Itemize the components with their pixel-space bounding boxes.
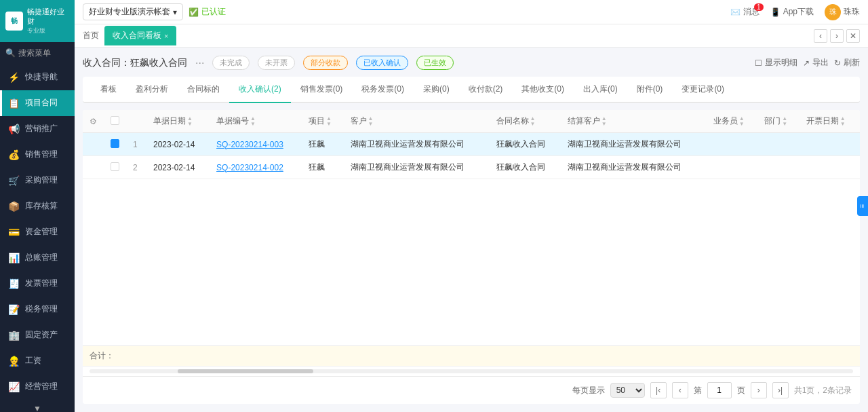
- cell-settle: 湖南卫视商业运营发展有限公司: [561, 133, 707, 156]
- cell-contract-name: 狂飙收入合同: [490, 156, 561, 179]
- sort-contract-name[interactable]: 合同名称 ▲▼: [496, 115, 536, 127]
- bill-no-link[interactable]: SQ-20230214-002: [216, 163, 283, 172]
- page-first-button[interactable]: |‹: [650, 382, 667, 398]
- purchase-icon: 🛒: [7, 174, 20, 187]
- sidebar-search[interactable]: 🔍 搜索菜单: [0, 42, 75, 64]
- right-panel-toggle[interactable]: ≡: [857, 196, 868, 217]
- sidebar-item-operations[interactable]: 📈 经营管理: [0, 374, 75, 400]
- sidebar-item-funds[interactable]: 💳 资金管理: [0, 219, 75, 245]
- sort-project[interactable]: 项目 ▲▼: [309, 115, 332, 127]
- tab-contract-std[interactable]: 合同标的: [178, 77, 229, 103]
- table-row[interactable]: 1 2023-02-14 SQ-20230214-003 狂飙 湖南卫视商业运营…: [83, 133, 860, 156]
- tab-tax-invoice[interactable]: 税务发票(0): [352, 77, 414, 103]
- row-checkbox[interactable]: [111, 139, 119, 148]
- tab-board[interactable]: 看板: [91, 77, 126, 103]
- tab-change-log[interactable]: 变更记录(0): [672, 77, 734, 103]
- status-partial[interactable]: 部分收款: [303, 56, 348, 70]
- search-icon: 🔍: [5, 48, 16, 58]
- col-settle-customer[interactable]: 结算客户 ▲▼: [561, 110, 707, 133]
- tab-income-board[interactable]: 收入合同看板 ×: [104, 26, 176, 45]
- tab-income-confirm[interactable]: 收入确认(2): [229, 77, 291, 103]
- cell-bill-no[interactable]: SQ-20230214-002: [210, 156, 302, 179]
- sidebar-scroll-down[interactable]: ▼: [0, 400, 75, 412]
- sidebar-item-labor[interactable]: 👷 工资: [0, 348, 75, 374]
- page-next-button[interactable]: ›: [751, 382, 767, 398]
- tab-other-income[interactable]: 其他收支(0): [512, 77, 574, 103]
- sort-bill-date2[interactable]: 开票日期 ▲▼: [806, 115, 846, 127]
- col-customer[interactable]: 客户 ▲▼: [344, 110, 490, 133]
- tab-attachment[interactable]: 附件(0): [627, 77, 673, 103]
- status-confirmed[interactable]: 已收入确认: [356, 56, 408, 70]
- select-all-checkbox[interactable]: [111, 116, 119, 125]
- column-settings-icon[interactable]: ⚙: [90, 117, 97, 126]
- col-salesperson[interactable]: 业务员 ▲▼: [707, 110, 757, 133]
- cell-customer: 湖南卫视商业运营发展有限公司: [344, 156, 490, 179]
- cell-bill-no[interactable]: SQ-20230214-003: [210, 133, 302, 156]
- sidebar-item-marketing[interactable]: 📢 营销推广: [0, 116, 75, 142]
- page-content: 收入合同：狂飙收入合同 ··· 未完成 未开票 部分收款 已收入确认 已生效 ☐…: [75, 48, 868, 412]
- col-bill-no[interactable]: 单据编号 ▲▼: [210, 110, 302, 133]
- tab-warehouse[interactable]: 出入库(0): [574, 77, 627, 103]
- sidebar-item-sales[interactable]: 💰 销售管理: [0, 142, 75, 168]
- sidebar-item-purchase[interactable]: 🛒 采购管理: [0, 168, 75, 193]
- page-size-label: 每页显示: [572, 385, 605, 396]
- sort-date[interactable]: 单据日期 ▲▼: [153, 115, 193, 127]
- sidebar-item-invoice[interactable]: 🧾 发票管理: [0, 271, 75, 297]
- table-row[interactable]: 2 2023-02-14 SQ-20230214-002 狂飙 湖南卫视商业运营…: [83, 156, 860, 179]
- tab-sales-invoice[interactable]: 销售发票(0): [291, 77, 353, 103]
- tab-close-button[interactable]: ×: [164, 32, 168, 40]
- tab-label: 收入合同看板: [113, 30, 161, 41]
- col-checkbox-all[interactable]: [104, 110, 126, 133]
- status-incomplete[interactable]: 未完成: [212, 56, 250, 70]
- sort-salesperson[interactable]: 业务员 ▲▼: [713, 115, 745, 127]
- contract-more-button[interactable]: ···: [195, 57, 204, 69]
- sort-settle[interactable]: 结算客户 ▲▼: [568, 115, 607, 127]
- company-selector[interactable]: 好业财专业版演示帐套 ▾: [83, 3, 183, 20]
- sidebar-item-assets[interactable]: 🏢 固定资产: [0, 322, 75, 348]
- sidebar-item-tax[interactable]: 📝 税务管理: [0, 297, 75, 322]
- col-date[interactable]: 单据日期 ▲▼: [146, 110, 210, 133]
- tab-payment[interactable]: 收付款(2): [459, 77, 513, 103]
- page-last-button[interactable]: ›|: [772, 382, 789, 398]
- sidebar-item-general[interactable]: 📊 总账管理: [0, 245, 75, 271]
- col-project[interactable]: 项目 ▲▼: [302, 110, 344, 133]
- refresh-button[interactable]: ↻ 刷新: [834, 57, 860, 69]
- bill-no-link[interactable]: SQ-20230214-003: [216, 140, 283, 149]
- tab-purchase-inner[interactable]: 采购(0): [414, 77, 459, 103]
- page-size-select[interactable]: 50 100: [610, 383, 645, 398]
- sort-arrows-sales: ▲▼: [739, 116, 745, 127]
- sidebar-item-inventory[interactable]: 📦 库存核算: [0, 193, 75, 219]
- tab-profit[interactable]: 盈利分析: [126, 77, 178, 103]
- tab-close-all-button[interactable]: ✕: [846, 29, 860, 43]
- sort-customer[interactable]: 客户 ▲▼: [351, 115, 374, 127]
- status-uninvoiced[interactable]: 未开票: [258, 56, 295, 70]
- refresh-icon: ↻: [834, 58, 841, 68]
- app-download-button[interactable]: 📱 App下载: [770, 6, 814, 18]
- col-settings: ⚙: [83, 110, 104, 133]
- cell-settle: 湖南卫视商业运营发展有限公司: [561, 156, 707, 179]
- page-prev-button[interactable]: ‹: [672, 382, 688, 398]
- cell-checkbox[interactable]: [104, 156, 126, 179]
- sidebar-item-project[interactable]: 📋 项目合同: [0, 90, 75, 116]
- user-avatar-area[interactable]: 珠 珠珠: [825, 4, 860, 20]
- sort-bill-no[interactable]: 单据编号 ▲▼: [216, 115, 256, 127]
- sort-dept[interactable]: 部门 ▲▼: [764, 115, 787, 127]
- page-number-input[interactable]: [707, 382, 732, 398]
- cell-checkbox[interactable]: [104, 133, 126, 156]
- sidebar-item-quick-nav[interactable]: ⚡ 快捷导航: [0, 64, 75, 90]
- home-link[interactable]: 首页: [83, 30, 99, 41]
- col-contract-name[interactable]: 合同名称 ▲▼: [490, 110, 561, 133]
- show-detail-button[interactable]: ☐ 显示明细: [755, 57, 797, 69]
- scrollbar-thumb[interactable]: [178, 369, 313, 373]
- tab-next-button[interactable]: ›: [830, 29, 844, 43]
- export-button[interactable]: ↗ 导出: [803, 57, 829, 69]
- message-button[interactable]: ✉️ 消息 1: [730, 6, 760, 18]
- marketing-label: 营销推广: [25, 123, 58, 134]
- table-wrapper[interactable]: ⚙ 单据日期 ▲▼: [83, 110, 860, 345]
- tab-prev-button[interactable]: ‹: [814, 29, 827, 43]
- col-bill-date2[interactable]: 开票日期 ▲▼: [800, 110, 860, 133]
- horizontal-scrollbar[interactable]: [90, 369, 853, 373]
- status-active[interactable]: 已生效: [416, 56, 454, 70]
- row-checkbox[interactable]: [111, 162, 119, 171]
- col-dept[interactable]: 部门 ▲▼: [757, 110, 800, 133]
